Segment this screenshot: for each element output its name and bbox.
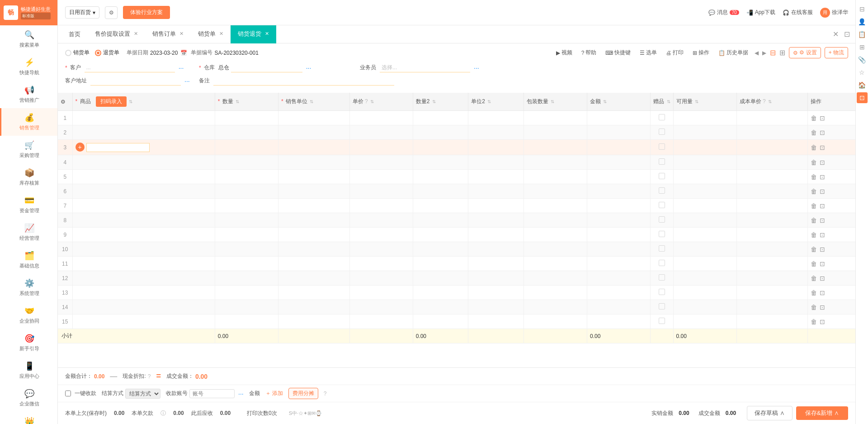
qty2-cell[interactable] [413, 286, 468, 300]
gift-checkbox[interactable] [659, 231, 665, 237]
available-cell[interactable] [673, 140, 736, 155]
sort-icon[interactable]: ⇅ [667, 99, 670, 104]
account-lookup-icon[interactable]: ··· [238, 390, 244, 397]
right-panel-icon-2[interactable]: 👤 [857, 16, 868, 27]
delete-icon[interactable]: 🗑 [811, 231, 817, 238]
salesperson-input[interactable] [380, 63, 470, 72]
sidebar-item-enterprise[interactable]: 🤝 企业协同 [0, 301, 57, 329]
delete-icon[interactable]: 🗑 [811, 217, 817, 224]
unit2-cell[interactable] [468, 140, 524, 155]
quantity-cell[interactable] [215, 125, 278, 140]
quantity-cell[interactable] [215, 184, 278, 199]
unit-price-cell[interactable] [349, 140, 413, 155]
quantity-cell[interactable] [215, 242, 278, 257]
sales-unit-cell[interactable] [278, 228, 349, 242]
unit-price-cell[interactable] [349, 125, 413, 140]
qty2-cell[interactable] [413, 184, 468, 199]
copy-icon[interactable]: ⊡ [820, 129, 825, 136]
amount-cell[interactable] [587, 228, 651, 242]
available-cell[interactable] [673, 228, 736, 242]
operation-btn[interactable]: ⊞ 操作 [690, 48, 712, 58]
unit-price-cell[interactable] [349, 228, 413, 242]
copy-icon[interactable]: ⊡ [820, 114, 825, 122]
app-download-btn[interactable]: 📲 App下载 [746, 9, 775, 16]
cost-price-cell[interactable] [736, 170, 808, 184]
amount-cell[interactable] [587, 199, 651, 213]
unit2-cell[interactable] [468, 184, 524, 199]
delete-icon[interactable]: 🗑 [811, 275, 817, 282]
unit2-cell[interactable] [468, 314, 524, 329]
sort-icon[interactable]: ⇅ [370, 99, 374, 104]
pack-qty-cell[interactable] [524, 199, 587, 213]
sales-unit-cell[interactable] [278, 314, 349, 329]
amount-cell[interactable] [587, 170, 651, 184]
scan-btn[interactable]: 扫码录入 [96, 96, 127, 107]
quantity-cell[interactable] [215, 228, 278, 242]
salesperson-lookup-icon[interactable]: ··· [474, 64, 479, 71]
account-input[interactable] [189, 389, 235, 398]
trial-button[interactable]: 体验行业方案 [123, 6, 170, 19]
amount-cell[interactable] [587, 125, 651, 140]
qty2-cell[interactable] [413, 242, 468, 257]
available-cell[interactable] [673, 300, 736, 314]
quantity-cell[interactable] [215, 271, 278, 286]
sales-unit-cell[interactable] [278, 199, 349, 213]
warehouse-input[interactable] [231, 63, 302, 72]
right-panel-icon-4[interactable]: ⊞ [857, 42, 868, 52]
gift-checkbox[interactable] [659, 158, 665, 165]
gift-cell[interactable] [651, 228, 673, 242]
unit2-cell[interactable] [468, 125, 524, 140]
delete-icon[interactable]: 🗑 [811, 159, 817, 166]
sort-icon[interactable]: ⇅ [432, 99, 436, 104]
product-cell[interactable] [72, 300, 215, 314]
sales-unit-cell[interactable] [278, 125, 349, 140]
gift-cell[interactable] [651, 314, 673, 329]
right-panel-icon-1[interactable]: ⊟ [857, 4, 868, 14]
calendar-icon[interactable]: 📅 [180, 50, 187, 56]
delete-icon[interactable]: 🗑 [811, 318, 817, 325]
tab-close-icon[interactable]: ✕ [134, 31, 138, 37]
pack-qty-cell[interactable] [524, 271, 587, 286]
available-cell[interactable] [673, 242, 736, 257]
qty2-cell[interactable] [413, 170, 468, 184]
tab-sales-return[interactable]: 销货退货 ✕ [231, 25, 276, 43]
sort-icon[interactable]: ⇅ [551, 99, 554, 104]
qty2-cell[interactable] [413, 314, 468, 329]
equals-btn[interactable]: = [156, 372, 161, 381]
available-cell[interactable] [673, 155, 736, 170]
cost-price-cell[interactable] [736, 300, 808, 314]
print-btn[interactable]: 🖨 打印 [663, 48, 686, 58]
unit-price-cell[interactable] [349, 111, 413, 125]
pack-qty-cell[interactable] [524, 184, 587, 199]
unit2-cell[interactable] [468, 111, 524, 125]
qty2-cell[interactable] [413, 228, 468, 242]
qty2-cell[interactable] [413, 111, 468, 125]
amount-cell[interactable] [587, 140, 651, 155]
sort-icon[interactable]: ⇅ [236, 99, 239, 104]
sidebar-item-inventory[interactable]: 📦 库存核算 [0, 163, 57, 191]
copy-icon[interactable]: ⊡ [820, 260, 825, 267]
cost-price-cell[interactable] [736, 242, 808, 257]
product-cell[interactable] [72, 271, 215, 286]
gift-checkbox[interactable] [659, 274, 665, 281]
available-cell[interactable] [673, 213, 736, 228]
grid-view-icon[interactable]: ⊞ [779, 48, 785, 57]
sidebar-item-appcenter[interactable]: 📱 应用中心 [0, 357, 57, 384]
unit-price-cell[interactable] [349, 213, 413, 228]
add-payment-btn[interactable]: ＋ 添加 [265, 390, 283, 397]
customer-lookup-icon[interactable]: ··· [179, 64, 184, 71]
gift-checkbox[interactable] [659, 260, 665, 266]
gift-cell[interactable] [651, 213, 673, 228]
available-cell[interactable] [673, 184, 736, 199]
delete-icon[interactable]: 🗑 [811, 144, 817, 151]
pack-qty-cell[interactable] [524, 300, 587, 314]
copy-icon[interactable]: ⊡ [820, 159, 825, 166]
available-cell[interactable] [673, 199, 736, 213]
quantity-cell[interactable] [215, 170, 278, 184]
gift-checkbox[interactable] [659, 143, 665, 150]
gift-checkbox[interactable] [659, 173, 665, 179]
available-cell[interactable] [673, 286, 736, 300]
sales-unit-cell[interactable] [278, 170, 349, 184]
gift-cell[interactable] [651, 125, 673, 140]
sidebar-item-finance[interactable]: 💳 资金管理 [0, 191, 57, 219]
